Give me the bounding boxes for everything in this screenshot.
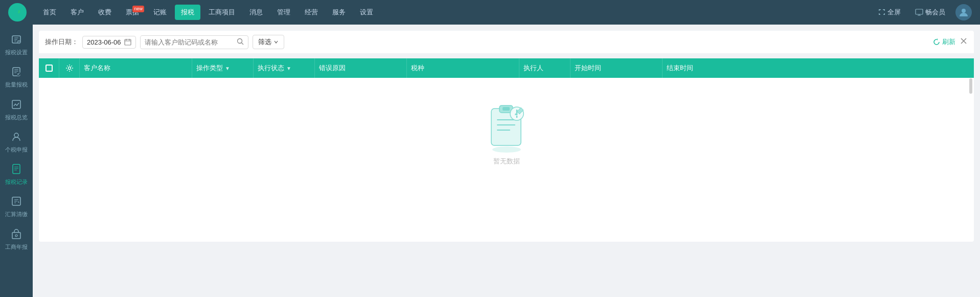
sidebar-label-settlement: 汇算清缴 [5, 210, 28, 218]
tax-record-icon [11, 163, 22, 176]
personal-tax-icon [11, 131, 22, 144]
scrollbar-thumb[interactable] [969, 78, 972, 94]
scrollbar-track[interactable] [969, 78, 973, 242]
search-icon [237, 38, 244, 45]
nav-mgmt[interactable]: 管理 [271, 5, 297, 20]
date-value: 2023-06-06 [87, 38, 121, 46]
empty-state: 暂无数据 [39, 78, 974, 197]
top-navigation: 首页 客户 收费 票据 new 记账 报税 工商项目 消息 管理 经营 服务 设… [0, 0, 980, 25]
th-op-type: 操作类型 ▼ [192, 58, 254, 78]
th-error-reason: 错误原因 [315, 58, 407, 78]
nav-menu: 首页 客户 收费 票据 new 记账 报税 工商项目 消息 管理 经营 服务 设… [37, 5, 874, 20]
search-box [140, 35, 248, 49]
svg-point-16 [492, 146, 521, 153]
th-checkbox[interactable] [39, 58, 59, 78]
nav-settings[interactable]: 设置 [354, 5, 379, 20]
op-type-sort-icon[interactable]: ▼ [225, 66, 230, 71]
toolbar-right: 刷新 [933, 37, 968, 47]
app-logo[interactable] [8, 3, 27, 22]
avatar-icon [958, 6, 970, 18]
refresh-button[interactable]: 刷新 [933, 37, 955, 47]
close-icon [960, 37, 968, 45]
data-table: 客户名称 操作类型 ▼ 执行状态 ▼ 错误原因 税种 执行人 [39, 58, 974, 242]
th-client-name: 客户名称 [80, 58, 192, 78]
calendar-icon [124, 38, 131, 46]
sidebar-label-tax-record: 报税记录 [5, 178, 28, 185]
svg-rect-9 [13, 164, 20, 174]
sidebar-item-annual-report[interactable]: 工商年报 [0, 223, 33, 256]
sidebar-item-personal-tax[interactable]: 个税申报 [0, 126, 33, 158]
svg-rect-7 [12, 100, 20, 109]
nav-account[interactable]: 记账 [147, 5, 173, 20]
top-right-actions: 全屏 畅会员 [874, 4, 972, 20]
nav-home[interactable]: 首页 [37, 5, 62, 20]
header-checkbox[interactable] [45, 65, 53, 72]
main-layout: 报税设置 批量报税 报税总览 [0, 25, 980, 297]
fullscreen-icon [878, 9, 885, 16]
date-label: 操作日期： [45, 37, 78, 47]
nav-invoice[interactable]: 票据 new [120, 5, 145, 20]
svg-point-15 [68, 67, 71, 70]
column-settings-icon [65, 64, 74, 72]
sidebar-item-batch-tax[interactable]: 批量报税 [0, 61, 33, 93]
svg-point-2 [962, 9, 966, 13]
search-button[interactable] [233, 36, 248, 49]
sidebar-item-tax-record[interactable]: 报税记录 [0, 158, 33, 190]
exec-status-sort-icon[interactable]: ▼ [286, 66, 291, 71]
nav-tax[interactable]: 报税 [175, 5, 200, 20]
nav-biz[interactable]: 工商项目 [202, 5, 241, 20]
tax-settings-icon [11, 34, 22, 47]
sidebar-item-tax-summary[interactable]: 报税总览 [0, 94, 33, 126]
new-badge: new [132, 6, 144, 12]
close-button[interactable] [960, 37, 968, 47]
th-start-time: 开始时间 [571, 58, 663, 78]
sidebar: 报税设置 批量报税 报税总览 [0, 25, 33, 297]
content-area: 操作日期： 2023-06-06 筛选 [33, 25, 980, 297]
nav-client[interactable]: 客户 [64, 5, 90, 20]
sidebar-label-tax-summary: 报税总览 [5, 114, 28, 121]
sidebar-item-settlement[interactable]: 汇算清缴 [0, 190, 33, 223]
search-input[interactable] [141, 36, 233, 48]
svg-rect-19 [503, 107, 510, 111]
refresh-icon [933, 38, 940, 46]
tax-summary-icon [11, 99, 22, 112]
batch-tax-icon [11, 66, 22, 79]
fullscreen-button[interactable]: 全屏 [874, 6, 905, 19]
svg-rect-13 [125, 39, 131, 45]
tv-icon [915, 8, 923, 16]
nav-fee[interactable]: 收费 [92, 5, 118, 20]
table-header: 客户名称 操作类型 ▼ 执行状态 ▼ 错误原因 税种 执行人 [39, 58, 974, 78]
th-end-time: 结束时间 [663, 58, 734, 78]
toolbar: 操作日期： 2023-06-06 筛选 [39, 31, 974, 53]
empty-illustration [481, 98, 532, 155]
sidebar-label-annual-report: 工商年报 [5, 243, 28, 250]
table-body: 暂无数据 [39, 78, 974, 242]
annual-report-icon [11, 228, 22, 241]
member-button[interactable]: 畅会员 [911, 6, 949, 19]
sidebar-label-personal-tax: 个税申报 [5, 146, 28, 153]
svg-rect-1 [916, 9, 923, 14]
th-tax-type: 税种 [407, 58, 519, 78]
nav-msg[interactable]: 消息 [243, 5, 269, 20]
th-exec-status: 执行状态 ▼ [254, 58, 315, 78]
settlement-icon [11, 196, 22, 208]
empty-text: 暂无数据 [493, 157, 520, 166]
user-avatar[interactable] [955, 4, 972, 20]
chevron-down-icon [274, 39, 279, 45]
sidebar-item-tax-settings[interactable]: 报税设置 [0, 29, 33, 61]
svg-point-14 [237, 38, 242, 43]
svg-point-8 [14, 133, 18, 137]
sidebar-label-batch-tax: 批量报税 [5, 81, 28, 88]
filter-button[interactable]: 筛选 [253, 35, 284, 49]
svg-rect-11 [12, 232, 20, 239]
nav-ops[interactable]: 经营 [299, 5, 324, 20]
th-settings[interactable] [59, 58, 80, 78]
nav-service[interactable]: 服务 [326, 5, 352, 20]
th-executor: 执行人 [519, 58, 571, 78]
svg-point-12 [15, 235, 17, 237]
date-picker[interactable]: 2023-06-06 [82, 36, 136, 49]
sidebar-label-tax-settings: 报税设置 [5, 49, 28, 56]
